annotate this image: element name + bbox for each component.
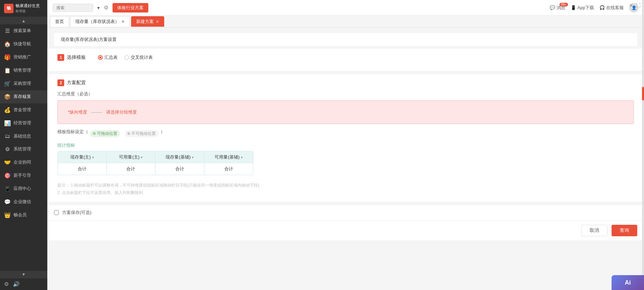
sidebar-item-app-center[interactable]: 📱 应用中心 xyxy=(0,182,47,195)
indicator-table: 现存量(主) ▾ 可用量(主) ▾ 现存量(基辅) ▾ 可用量(基辅) ▾ xyxy=(57,151,253,175)
topbar-right: 💬 消息 99+ 📱 App下载 🎧 在线客服 👤 xyxy=(550,3,639,13)
online-service-label: 在线客服 xyxy=(606,5,624,11)
movable-dot xyxy=(93,132,96,135)
chevron-down-icon-3: ▾ xyxy=(241,155,243,159)
message-badge: 99+ xyxy=(560,3,568,6)
col-label-3: 可用量(基辅) xyxy=(215,154,240,160)
search-input[interactable] xyxy=(53,4,93,12)
tab-inventory-close-icon[interactable]: ✕ xyxy=(121,19,125,24)
action-bar: 取消 查询 xyxy=(47,220,644,240)
sidebar-item-label: 新手引导 xyxy=(14,172,31,178)
table-row: 合计 合计 合计 合计 xyxy=(58,163,253,175)
enterprise-icon: 🤝 xyxy=(4,159,11,166)
dimension-arrow: —— xyxy=(91,109,102,115)
ai-badge[interactable]: Ai xyxy=(612,275,644,290)
sidebar-item-label: 企业微信 xyxy=(14,199,31,205)
page-title-bar: 现存量(库存状况表)方案设置 xyxy=(54,33,637,46)
expand-window-icon[interactable]: ⛶ xyxy=(636,3,641,8)
online-service-button[interactable]: 🎧 在线客服 xyxy=(599,5,624,11)
app-edition: 标准版 xyxy=(16,9,40,14)
sidebar-item-member[interactable]: 👑 畅会员 xyxy=(0,209,47,222)
app-download-button[interactable]: 📱 App下载 xyxy=(571,5,594,11)
save-label: 方案保存(可选) xyxy=(62,210,92,216)
scroll-thumb[interactable] xyxy=(642,87,644,100)
gear-icon[interactable]: ⚙ xyxy=(104,4,108,11)
section1-title: 选择模板 xyxy=(67,54,86,61)
main-area: ▾ ⚙ 体验行业方案 💬 消息 99+ 📱 App下载 🎧 在线客服 👤 xyxy=(47,0,644,290)
sidebar-item-newbie[interactable]: 🎯 新手引导 xyxy=(0,169,47,182)
save-checkbox[interactable] xyxy=(54,210,59,215)
industry-solution-button[interactable]: 体验行业方案 xyxy=(113,3,148,13)
window-controls: ✕ ⛶ xyxy=(629,3,641,8)
col-label-1: 可用量(主) xyxy=(119,154,140,160)
tabbar: 首页 现存量（库存状况表） ✕ 新建方案 ✕ ✕ ⛶ xyxy=(47,16,644,28)
stats-label: 统计指标 xyxy=(57,142,634,148)
table-header-2[interactable]: 现存量(基辅) ▾ xyxy=(155,151,204,163)
tab-new-plan-close-icon[interactable]: ✕ xyxy=(156,19,159,24)
sidebar-item-search-menu[interactable]: ☰ 搜索菜单 xyxy=(0,24,47,38)
sidebar-item-sales[interactable]: 📋 销售管理 xyxy=(0,64,47,77)
sidebar-item-operations[interactable]: 📊 经营管理 xyxy=(0,117,47,130)
sidebar-item-label: 库存核算 xyxy=(14,94,31,100)
section2-title: 方案配置 xyxy=(67,80,86,86)
scroll-down-area[interactable]: ▼ xyxy=(0,271,47,278)
dimension-box[interactable]: *纵向维度 —— 请选择分组维度 xyxy=(57,100,634,124)
sidebar-item-quick-nav[interactable]: 🏠 快捷导航 xyxy=(0,38,47,51)
app-name: 畅康通好生意 xyxy=(16,3,40,9)
query-button[interactable]: 查询 xyxy=(612,225,637,236)
radio-summary[interactable]: 汇总表 xyxy=(98,54,118,61)
section2-header: 2 方案配置 xyxy=(57,79,634,86)
dimension-required: *纵向维度 xyxy=(68,109,87,115)
save-option-bar: 方案保存(可选) xyxy=(47,204,644,220)
tab-inventory-status[interactable]: 现存量（库存状况表） ✕ xyxy=(70,16,130,27)
tab-home-label: 首页 xyxy=(55,19,64,25)
sidebar-item-basic-info[interactable]: 🗂 基础信息 xyxy=(0,130,47,143)
dimension-section: 汇总维度（必选） *纵向维度 —— 请选择分组维度 xyxy=(57,91,634,124)
ai-badge-label: Ai xyxy=(625,279,631,286)
metrics-label-row: 模板指标设定（ 可拖动位置 不可拖动位置 ） xyxy=(57,129,634,138)
sidebar-item-marketing[interactable]: 🎁 营销推广 xyxy=(0,51,47,64)
sidebar-item-purchase[interactable]: 🛒 采购管理 xyxy=(0,77,47,90)
table-header-3[interactable]: 可用量(基辅) ▾ xyxy=(204,151,253,163)
sidebar-nav: ☰ 搜索菜单 🏠 快捷导航 🎁 营销推广 📋 销售管理 🛒 采购管理 📦 库存核… xyxy=(0,24,47,271)
sidebar-item-label: 经营管理 xyxy=(14,120,31,126)
close-window-icon[interactable]: ✕ xyxy=(629,3,633,8)
scroll-indicator xyxy=(642,0,644,290)
cart-icon: 🛒 xyxy=(4,80,11,87)
phone-icon: 📱 xyxy=(571,5,576,10)
sidebar-item-label: 系统管理 xyxy=(14,146,31,152)
cancel-button[interactable]: 取消 xyxy=(581,225,608,236)
sidebar-footer: ⚙ 🔊 xyxy=(0,278,47,290)
table-header-0[interactable]: 现存量(主) ▾ xyxy=(58,151,107,163)
table-header-1[interactable]: 可用量(主) ▾ xyxy=(107,151,156,163)
newbie-icon: 🎯 xyxy=(4,172,11,179)
unmovable-label: 不可拖动位置 xyxy=(131,131,156,137)
dimension-label: 汇总维度（必选） xyxy=(57,91,634,97)
sidebar-item-system[interactable]: ⚙ 系统管理 xyxy=(0,143,47,156)
movable-badge: 可拖动位置 xyxy=(90,130,120,137)
scroll-up-area[interactable]: ▲ xyxy=(0,17,47,24)
table-header-row: 现存量(主) ▾ 可用量(主) ▾ 现存量(基辅) ▾ 可用量(基辅) ▾ xyxy=(58,151,253,163)
sidebar-item-label: 营销推广 xyxy=(14,54,31,60)
settings-icon[interactable]: ⚙ xyxy=(4,281,9,287)
tab-new-plan[interactable]: 新建方案 ✕ xyxy=(131,16,164,27)
tab-home[interactable]: 首页 xyxy=(50,16,69,27)
finance-icon: 💰 xyxy=(4,107,11,113)
dropdown-button[interactable]: ▾ xyxy=(97,5,100,10)
sidebar-item-enterprise[interactable]: 🤝 企业协同 xyxy=(0,156,47,169)
radio-cross[interactable]: 交叉统计表 xyxy=(124,54,153,61)
operations-icon: 📊 xyxy=(4,120,11,126)
section2-number: 2 xyxy=(57,79,64,86)
sidebar-item-inventory[interactable]: 📦 库存核算 xyxy=(0,90,47,103)
headset-icon: 🎧 xyxy=(599,5,605,10)
sidebar-item-finance[interactable]: 💰 资金管理 xyxy=(0,103,47,117)
sidebar-item-wechat[interactable]: 💬 企业微信 xyxy=(0,195,47,209)
tip2: 2. 点击标题栏下拉可设置排序、插入列和删除列 xyxy=(57,190,143,195)
chevron-down-icon-0: ▾ xyxy=(92,155,94,159)
section1-number: 1 xyxy=(57,54,64,61)
audio-icon[interactable]: 🔊 xyxy=(13,281,20,287)
basic-info-icon: 🗂 xyxy=(4,133,11,139)
sidebar-item-label: 企业协同 xyxy=(14,159,31,165)
sidebar-item-label: 搜索菜单 xyxy=(14,28,31,34)
message-button[interactable]: 💬 消息 99+ xyxy=(550,5,565,11)
